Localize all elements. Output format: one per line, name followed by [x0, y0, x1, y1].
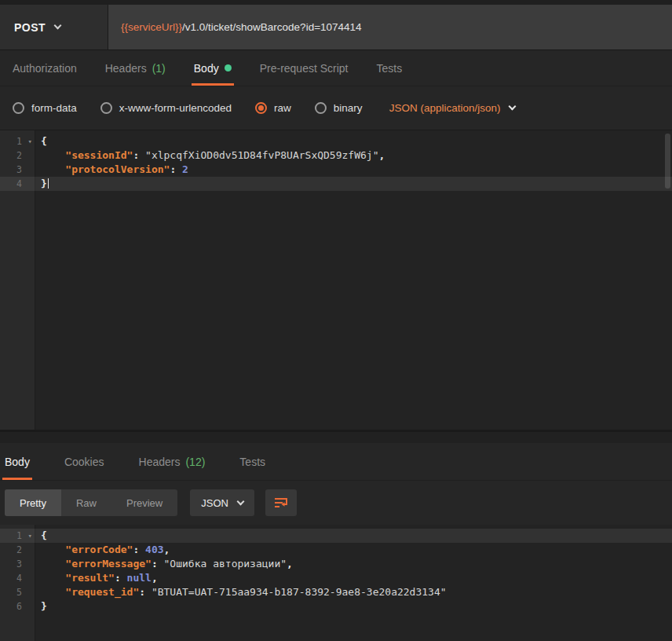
tab-label: Body	[194, 62, 219, 75]
view-mode-segmented-control: Pretty Raw Preview	[5, 489, 177, 516]
tab-count: (1)	[152, 62, 166, 75]
code-text: }	[35, 177, 49, 191]
tab-body[interactable]: Body	[194, 50, 232, 86]
line-number: 4	[0, 177, 35, 191]
line-number: 1▾	[0, 529, 35, 543]
chevron-down-icon	[509, 103, 517, 111]
code-text: {	[35, 134, 47, 148]
wrap-text-button[interactable]	[265, 489, 297, 516]
text-cursor	[48, 178, 49, 189]
radio-label: binary	[334, 102, 363, 114]
tab-count: (12)	[185, 456, 205, 468]
code-line-1[interactable]: 1▾{	[0, 134, 672, 148]
line-number: 4	[0, 571, 35, 585]
radio-label: form-data	[31, 102, 77, 114]
line-number: 1▾	[0, 134, 35, 148]
tab-response-headers[interactable]: Headers (12)	[139, 443, 206, 480]
url-path-text: /v1.0/ticket/showBarcode?id=1074414	[182, 21, 362, 33]
code-text: "sessionId": "xlpcqfXiOD0dv51D84fvP8UArS…	[35, 148, 385, 163]
radio-label: raw	[274, 102, 291, 114]
tab-label: Tests	[239, 456, 265, 468]
radio-icon	[100, 102, 112, 114]
tab-label: Headers	[105, 62, 147, 75]
line-number: 5	[0, 585, 35, 599]
tab-label: Headers	[139, 456, 181, 468]
line-number: 2	[0, 148, 35, 163]
code-line-4[interactable]: 4}	[0, 177, 672, 191]
response-format-dropdown[interactable]: JSON	[190, 489, 254, 516]
method-dropdown[interactable]: POST	[0, 5, 108, 49]
segment-label: Pretty	[20, 497, 46, 509]
tab-authorization[interactable]: Authorization	[13, 50, 77, 86]
url-input[interactable]: {{serviceUrl}}/v1.0/ticket/showBarcode?i…	[108, 5, 672, 49]
chevron-down-icon	[236, 497, 244, 505]
code-text: "errorCode": 403,	[35, 543, 170, 557]
segment-label: Raw	[76, 497, 97, 509]
line-number: 6	[0, 599, 35, 614]
code-line-2[interactable]: 2 "sessionId": "xlpcqfXiOD0dv51D84fvP8UA…	[0, 148, 672, 163]
method-label: POST	[14, 21, 46, 34]
tab-headers[interactable]: Headers (1)	[105, 50, 166, 86]
tab-pre-request-script[interactable]: Pre-request Script	[260, 50, 349, 86]
code-text: {	[35, 529, 47, 543]
body-filled-dot-icon	[225, 64, 232, 71]
tab-cookies[interactable]: Cookies	[64, 443, 104, 480]
code-text: }	[35, 599, 47, 614]
chevron-down-icon	[54, 22, 62, 30]
tab-label: Authorization	[13, 62, 77, 75]
url-variable-text: {{serviceUrl}}	[121, 21, 182, 33]
radio-binary[interactable]: binary	[315, 102, 363, 114]
response-body-editor[interactable]: 1▾{2 "errorCode": 403,3 "errorMessage": …	[0, 525, 672, 641]
tab-label: Tests	[377, 62, 403, 75]
radio-form-data[interactable]: form-data	[13, 102, 77, 114]
code-line-4[interactable]: 4 "result": null,	[0, 571, 672, 585]
body-type-bar: form-data x-www-form-urlencoded raw bina…	[0, 86, 672, 130]
line-number: 2	[0, 543, 35, 557]
radio-selected-icon	[255, 102, 267, 114]
code-line-3[interactable]: 3 "errorMessage": "Ошибка авторизации",	[0, 557, 672, 571]
radio-label: x-www-form-urlencoded	[119, 102, 232, 114]
radio-raw[interactable]: raw	[255, 102, 291, 114]
pane-resize-divider[interactable]	[0, 430, 672, 443]
radio-icon	[315, 102, 327, 114]
line-number: 3	[0, 557, 35, 571]
code-line-1[interactable]: 1▾{	[0, 529, 672, 543]
tab-response-tests[interactable]: Tests	[239, 443, 265, 480]
view-preview-button[interactable]: Preview	[111, 489, 177, 516]
fold-caret-icon[interactable]: ▾	[28, 529, 32, 543]
response-toolbar: Pretty Raw Preview JSON	[0, 481, 672, 525]
postman-window: POST {{serviceUrl}}/v1.0/ticket/showBarc…	[0, 0, 672, 641]
radio-icon	[13, 102, 24, 114]
code-text: "errorMessage": "Ошибка авторизации",	[35, 557, 293, 571]
response-tabs: Body Cookies Headers (12) Tests	[0, 443, 672, 481]
content-type-dropdown[interactable]: JSON (application/json)	[389, 102, 516, 114]
segment-label: Preview	[126, 497, 163, 509]
fold-caret-icon[interactable]: ▾	[28, 134, 32, 148]
format-label: JSON	[201, 497, 228, 509]
code-line-3[interactable]: 3 "protocolVersion": 2	[0, 163, 672, 177]
request-tabs: Authorization Headers (1) Body Pre-reque…	[0, 50, 672, 86]
code-text: "result": null,	[35, 571, 158, 585]
radio-x-www-form-urlencoded[interactable]: x-www-form-urlencoded	[100, 102, 232, 114]
wrap-text-icon	[274, 497, 288, 508]
tab-response-body[interactable]: Body	[5, 443, 30, 480]
code-text: "request_id": "BTUAT=UAT-715aa934-b187-8…	[35, 585, 447, 599]
view-raw-button[interactable]: Raw	[61, 489, 111, 516]
code-line-6[interactable]: 6}	[0, 599, 672, 614]
tab-label: Body	[5, 456, 30, 468]
tab-tests[interactable]: Tests	[377, 50, 403, 86]
line-number: 3	[0, 163, 35, 177]
request-url-bar: POST {{serviceUrl}}/v1.0/ticket/showBarc…	[0, 0, 672, 50]
tab-label: Pre-request Script	[260, 62, 349, 75]
content-type-label: JSON (application/json)	[389, 102, 501, 114]
code-text: "protocolVersion": 2	[35, 163, 188, 177]
view-pretty-button[interactable]: Pretty	[5, 489, 61, 516]
code-line-2[interactable]: 2 "errorCode": 403,	[0, 543, 672, 557]
tab-label: Cookies	[64, 456, 104, 468]
code-line-5[interactable]: 5 "request_id": "BTUAT=UAT-715aa934-b187…	[0, 585, 672, 599]
request-body-editor[interactable]: 1▾{2 "sessionId": "xlpcqfXiOD0dv51D84fvP…	[0, 130, 672, 430]
